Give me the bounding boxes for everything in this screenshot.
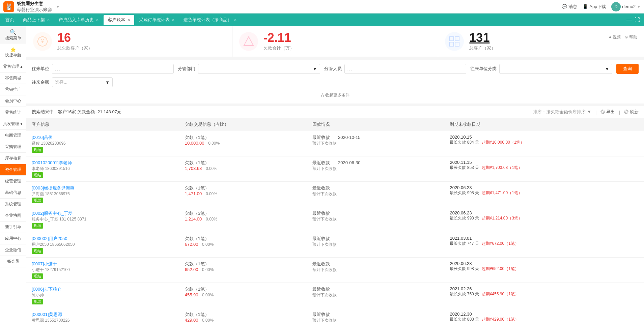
sidebar-item-member-center[interactable]: 会员中心 <box>0 95 26 107</box>
debt-amount-0[interactable]: 10,000.00 <box>185 141 204 146</box>
sidebar-item-purchase-mgmt[interactable]: 采购管理 <box>0 141 26 153</box>
sidebar-item-app-center[interactable]: 应用中心 <box>0 233 26 244</box>
tab-home[interactable]: 首页 <box>1 15 18 25</box>
sidebar-item-quick-nav[interactable]: ⭐ 快捷导航 <box>0 44 26 61</box>
close-import-stats-icon[interactable]: ✕ <box>234 18 237 22</box>
recent-payment-label-2: 最近收款 <box>312 185 439 191</box>
tab-purchase-stats[interactable]: 采购订单统计表 ✕ <box>135 15 179 25</box>
sidebar-item-capital-mgmt[interactable]: 资金管理 <box>0 164 26 176</box>
dropdown-icon[interactable]: ▼ <box>56 5 60 9</box>
refresh-btn[interactable]: ◎ 刷新 <box>624 109 639 115</box>
tab-production-history[interactable]: 产成品入库单历史 ✕ <box>55 15 103 25</box>
export-btn[interactable]: ◎ 导出 <box>600 109 615 115</box>
cell-customer-info-0: [0016]吕俊 吕俊 13026203696 现结 <box>26 131 179 156</box>
view-icon[interactable]: ● 视频 <box>609 34 621 40</box>
sidebar-item-marketing[interactable]: 营销推广 <box>0 84 26 95</box>
total-customers-label: 总客户（家） <box>469 45 496 51</box>
cell-payment-status-5: 最近收款 预计下次收款 <box>307 258 444 283</box>
overdue-days-0: 最长欠款 884 天 <box>450 140 479 145</box>
sidebar-item-enterprise-coop[interactable]: 企业协同 <box>0 210 26 222</box>
department-select[interactable]: ▼ <box>198 64 320 74</box>
incoming-unit-input[interactable]: ... <box>52 64 174 74</box>
customer-name-1[interactable]: [0001020001]李老师 <box>32 160 174 166</box>
debt-amount-5[interactable]: 652.00 <box>185 267 198 272</box>
sidebar-item-retail-store[interactable]: 零售商城 <box>0 72 26 84</box>
sidebar-item-business-mgmt[interactable]: 经营管理 <box>0 176 26 187</box>
sidebar-item-retail-stats[interactable]: 零售统计 <box>0 107 26 118</box>
customer-name-5[interactable]: [0007]小进干 <box>32 261 174 267</box>
sidebar-item-pro-member[interactable]: 畅会员 <box>0 256 26 267</box>
unit-category-select[interactable]: ▼ <box>499 64 612 74</box>
overdue-amount-6[interactable]: 超期¥455.90（1笔） <box>482 292 519 296</box>
tab-minimize-icon[interactable]: — <box>626 17 632 23</box>
collapse-bar[interactable]: ⋀ 收起更多条件 <box>32 91 639 99</box>
debt-amount-1[interactable]: 1,703.68 <box>185 166 202 171</box>
stat-card-debt-customers: ¥ 16 总欠款客户（家） <box>26 26 232 57</box>
sidebar-item-basic-info[interactable]: 基础信息 <box>0 187 26 199</box>
help-icon[interactable]: ⊙ 帮助 <box>625 34 637 40</box>
overdue-days-1: 最长欠款 853 天 <box>450 165 479 170</box>
customer-name-0[interactable]: [0016]吕俊 <box>32 135 174 141</box>
close-purchase-stats-icon[interactable]: ✕ <box>172 18 175 22</box>
tab-purchase-stats-label: 采购订单统计表 <box>139 17 170 23</box>
filter-row-1: 往来单位 ... 分管部门 ▼ 分管人员 ... <box>32 64 639 74</box>
tab-import-stats[interactable]: 进货单统计表（按商品） ✕ <box>179 15 241 25</box>
close-product-shelves-icon[interactable]: ✕ <box>47 18 50 22</box>
debt-amount-7[interactable]: 429.00 <box>185 318 198 323</box>
app-download-btn[interactable]: 📱 App下载 <box>583 4 606 10</box>
sidebar-search[interactable]: 🔍 搜索菜单 <box>0 26 26 44</box>
cell-debt-info-5: 欠款（1笔） 652.00 0.00% <box>179 258 307 283</box>
debt-ratio-6: 0.00% <box>202 293 214 297</box>
overdue-amount-1[interactable]: 超期¥1,703.68（1笔） <box>482 165 522 170</box>
overdue-amount-7[interactable]: 超期¥429.00（1笔） <box>482 317 519 322</box>
debt-amount-2[interactable]: 1,471.00 <box>185 191 202 196</box>
sidebar-item-retail-mgmt[interactable]: 零售管理 ▲ <box>0 61 26 72</box>
due-date-4: 2021.03.01 <box>450 236 639 241</box>
incoming-balance-select[interactable]: 选择... ▼ <box>52 77 113 87</box>
overdue-amount-3[interactable]: 超期¥1,214.00（3笔） <box>482 216 522 220</box>
next-payment-4: 预计下次收款 <box>312 242 439 247</box>
cell-payment-status-3: 最近收款 预计下次收款 <box>307 207 444 232</box>
col-debt-info: 欠款交易信息（占比） <box>179 118 307 131</box>
customer-name-7[interactable]: [000001]黄思源 <box>32 312 174 318</box>
recent-payment-label-6: 最近收款 <box>312 286 439 292</box>
cell-payment-status-0: 最近收款 2020-10-15 预计下次收款 <box>307 131 444 156</box>
overdue-days-7: 最长欠款 808 天 <box>450 317 479 322</box>
debt-amount-6[interactable]: 455.90 <box>185 292 198 297</box>
incoming-unit-label: 往来单位 <box>32 66 49 72</box>
search-button[interactable]: 查询 <box>616 64 639 74</box>
debt-amount-3[interactable]: 1,214.00 <box>185 216 202 222</box>
manager-input[interactable]: ... <box>344 64 466 74</box>
sidebar-item-system-mgmt[interactable]: 系统管理 <box>0 199 26 210</box>
sidebar-item-new-guide[interactable]: 新手引导 <box>0 222 26 233</box>
customer-name-4[interactable]: [000002]用户2050 <box>32 236 174 242</box>
customer-badge-3: 现结 <box>32 223 43 229</box>
overdue-days-2: 最长欠款 998 天 <box>450 190 479 195</box>
tab-maximize-icon[interactable]: ⛶ <box>635 17 640 23</box>
overdue-amount-0[interactable]: 超期¥10,000.00（1笔） <box>482 140 525 145</box>
overdue-amount-4[interactable]: 超期¥672.00（1笔） <box>482 241 519 246</box>
customer-name-2[interactable]: [0003]畅捷服务尹海燕 <box>32 185 174 191</box>
sidebar-item-batch-mgmt[interactable]: 批发管理 ▼ <box>0 118 26 130</box>
overdue-amount-2[interactable]: 超期¥1,471.00（1笔） <box>482 190 522 195</box>
collapse-icon: ⋀ <box>321 93 325 97</box>
tab-product-shelves[interactable]: 商品上下架 ✕ <box>19 15 54 25</box>
user-profile[interactable]: D demo2 ▼ <box>611 2 641 11</box>
messages-btn[interactable]: 💬 消息 <box>562 4 577 10</box>
customer-phone-7: 黄思源 13552700226 <box>32 318 174 323</box>
table-row: [000001]黄思源 黄思源 13552700226 现结 欠款（1笔） 42… <box>26 308 644 324</box>
customer-name-3[interactable]: [0002]服务中心_丁磊 <box>32 210 174 216</box>
user-dropdown-icon: ▼ <box>637 5 641 9</box>
sidebar-item-inventory[interactable]: 库存核算 <box>0 153 26 164</box>
tab-customer-account[interactable]: 客户账本 ✕ <box>104 15 134 25</box>
sidebar-item-enterprise-wechat[interactable]: 企业微信 <box>0 244 26 256</box>
close-customer-account-icon[interactable]: ✕ <box>127 18 130 22</box>
sort-label[interactable]: 排序：按欠款金额倒序排序 ▼ <box>533 109 591 115</box>
close-production-history-icon[interactable]: ✕ <box>96 18 99 22</box>
stat-card-total-customers: 131 总客户（家） ● 视频 ⊙ 帮助 <box>438 26 644 57</box>
sidebar-item-ecommerce[interactable]: 电商管理 <box>0 130 26 141</box>
debt-amount-4[interactable]: 672.00 <box>185 242 198 247</box>
overdue-amount-5[interactable]: 超期¥652.00（1笔） <box>482 266 519 271</box>
customer-name-6[interactable]: [0006]去下粮仓 <box>32 286 174 292</box>
department-label: 分管部门 <box>178 66 195 72</box>
